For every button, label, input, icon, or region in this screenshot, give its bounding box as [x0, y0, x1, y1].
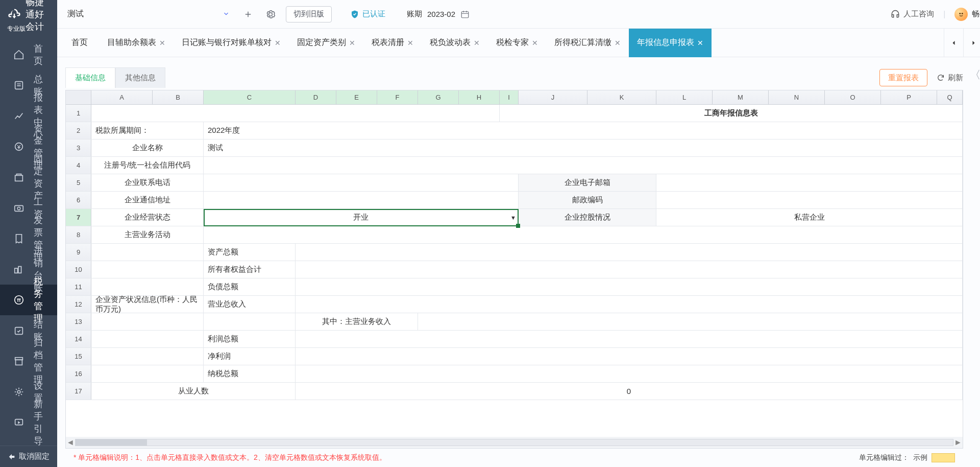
cell[interactable]: 企业名称: [91, 139, 204, 156]
col-header[interactable]: M: [713, 90, 769, 104]
cell[interactable]: 净利润: [204, 348, 296, 365]
close-icon[interactable]: ✕: [615, 39, 621, 47]
calendar-icon[interactable]: [460, 10, 470, 19]
row-header[interactable]: 1: [66, 105, 91, 122]
col-header[interactable]: B: [153, 90, 204, 104]
cell[interactable]: [296, 244, 963, 261]
row-header[interactable]: 4: [66, 157, 91, 174]
cell[interactable]: 所有者权益合计: [204, 261, 296, 278]
settings-icon[interactable]: [263, 7, 278, 21]
tab[interactable]: 目辅助余额表✕: [99, 29, 174, 57]
close-icon[interactable]: ✕: [474, 39, 480, 47]
col-header[interactable]: F: [377, 90, 418, 104]
close-icon[interactable]: ✕: [275, 39, 281, 47]
cell[interactable]: 邮政编码: [519, 192, 656, 208]
sidebar-item-chart[interactable]: 报表中心: [0, 101, 57, 131]
cell[interactable]: 税款所属期间：: [91, 122, 204, 139]
cell[interactable]: 2022年度: [204, 122, 963, 139]
sidebar-item-asset[interactable]: 固定资产: [0, 162, 57, 193]
col-header[interactable]: I: [500, 90, 519, 104]
sidebar-item-guide[interactable]: 新手引导: [0, 407, 57, 438]
user-menu[interactable]: 畅捷通B组...: [954, 8, 980, 21]
cell[interactable]: [296, 348, 963, 365]
tabs-prev[interactable]: [944, 29, 963, 57]
cell[interactable]: [296, 331, 963, 347]
refresh-button[interactable]: 刷新: [937, 73, 963, 83]
row-header[interactable]: 6: [66, 192, 91, 208]
sheet-corner[interactable]: [66, 90, 91, 104]
cell[interactable]: 利润总额: [204, 331, 296, 347]
subtab[interactable]: 其他信息: [115, 67, 165, 88]
col-header[interactable]: A: [91, 90, 153, 104]
sidebar-item-salary[interactable]: 工资: [0, 193, 57, 223]
collapse-year-strip[interactable]: [974, 67, 980, 82]
col-header[interactable]: G: [418, 90, 459, 104]
row-header[interactable]: 9: [66, 244, 91, 261]
cell[interactable]: [204, 157, 963, 174]
cell[interactable]: 企业经营状态: [91, 209, 204, 226]
col-header[interactable]: N: [769, 90, 825, 104]
cell[interactable]: 营业总收入: [204, 296, 296, 313]
cell[interactable]: [296, 261, 963, 278]
horizontal-scrollbar[interactable]: ◄ ►: [66, 437, 963, 448]
col-header[interactable]: C: [204, 90, 296, 104]
subtab[interactable]: 基础信息: [65, 67, 115, 88]
row-header[interactable]: 10: [66, 261, 91, 278]
row-header[interactable]: 12: [66, 296, 91, 313]
sidebar-item-close-period[interactable]: 结账: [0, 315, 57, 346]
cell[interactable]: [91, 278, 204, 295]
row-header[interactable]: 13: [66, 313, 91, 330]
col-header[interactable]: O: [825, 90, 881, 104]
col-header[interactable]: J: [519, 90, 587, 104]
cell[interactable]: [91, 244, 204, 261]
col-header[interactable]: Q: [937, 90, 963, 104]
row-header[interactable]: 16: [66, 365, 91, 382]
cell[interactable]: 从业人数: [91, 383, 296, 400]
row-header[interactable]: 3: [66, 139, 91, 156]
tab[interactable]: 税表清册✕: [363, 29, 422, 57]
sidebar-item-money[interactable]: 资金管理: [0, 131, 57, 162]
cell[interactable]: [91, 331, 204, 347]
row-header[interactable]: 11: [66, 278, 91, 295]
cell[interactable]: [91, 261, 204, 278]
cell[interactable]: [91, 365, 204, 382]
cell[interactable]: [204, 313, 296, 330]
sidebar-item-stock[interactable]: 进销台账: [0, 254, 57, 285]
org-selector[interactable]: 测试: [64, 5, 233, 24]
row-header[interactable]: 15: [66, 348, 91, 365]
sidebar-item-archive[interactable]: 归档管理: [0, 346, 57, 377]
unpin-button[interactable]: 取消固定: [0, 446, 57, 467]
cell[interactable]: 企业通信地址: [91, 192, 204, 208]
close-icon[interactable]: ✕: [159, 39, 165, 47]
old-version-button[interactable]: 切到旧版: [286, 6, 332, 22]
row-header[interactable]: 17: [66, 383, 91, 400]
tab[interactable]: 税检专家✕: [488, 29, 546, 57]
col-header[interactable]: E: [336, 90, 377, 104]
cell[interactable]: 测试: [204, 139, 963, 156]
close-icon[interactable]: ✕: [697, 39, 703, 47]
sidebar-item-settings[interactable]: 设置: [0, 377, 57, 407]
close-icon[interactable]: ✕: [349, 39, 355, 47]
cell[interactable]: [296, 365, 963, 382]
col-header[interactable]: L: [656, 90, 713, 104]
cell[interactable]: [204, 192, 519, 208]
cell[interactable]: 注册号/统一社会信用代码: [91, 157, 204, 174]
sidebar-item-ledger[interactable]: 总账: [0, 70, 57, 101]
row-header[interactable]: 14: [66, 331, 91, 347]
sidebar-item-home[interactable]: 首页: [0, 39, 57, 70]
col-header[interactable]: P: [881, 90, 937, 104]
cell[interactable]: 私营企业: [656, 209, 963, 226]
cell[interactable]: 开业▼: [204, 209, 519, 226]
tab[interactable]: 年报信息申报表✕: [629, 29, 712, 57]
spreadsheet[interactable]: ABCDEFGHIJKLMNOPQ 1工商年报信息表2税款所属期间：2022年度…: [65, 90, 963, 449]
cell[interactable]: [418, 313, 963, 330]
cell[interactable]: 负债总额: [204, 278, 296, 295]
tab[interactable]: 所得税汇算清缴✕: [546, 29, 629, 57]
cell[interactable]: 纳税总额: [204, 365, 296, 382]
cell[interactable]: [204, 174, 519, 191]
dropdown-icon[interactable]: ▼: [510, 215, 516, 221]
close-icon[interactable]: ✕: [407, 39, 413, 47]
cell[interactable]: 0: [296, 383, 963, 400]
cell[interactable]: [204, 226, 963, 243]
cell[interactable]: 企业联系电话: [91, 174, 204, 191]
